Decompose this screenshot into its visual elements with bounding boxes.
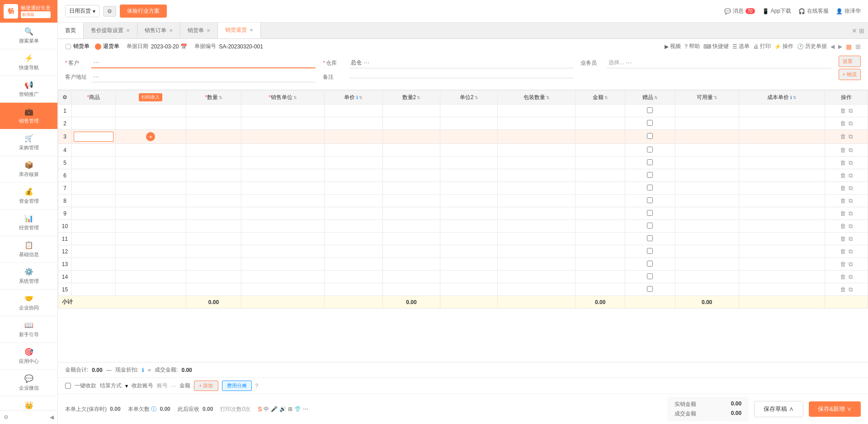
unit-cell[interactable] [241, 182, 325, 195]
history-btn[interactable]: 🕐 历史单据 [797, 43, 827, 50]
available-cell[interactable] [675, 157, 739, 169]
qty-cell[interactable] [186, 233, 241, 245]
qty-cell[interactable] [186, 144, 241, 157]
save-draft-btn[interactable]: 保存草稿 ∧ [754, 401, 803, 417]
gift-cell[interactable] [625, 220, 675, 233]
gift-checkbox[interactable] [647, 120, 653, 126]
copy-icon[interactable]: ⧉ [849, 235, 853, 243]
sidebar-item-wechat[interactable]: 💬 企业微信 [0, 370, 57, 396]
price-cell[interactable] [324, 157, 382, 169]
pkg_qty-cell[interactable] [498, 233, 576, 245]
qty-cell[interactable] [186, 105, 241, 117]
qty2-cell[interactable] [382, 117, 440, 130]
qty-cell[interactable] [186, 271, 241, 283]
available-cell[interactable] [675, 258, 739, 271]
delete-icon[interactable]: 🗑 [840, 248, 846, 255]
gift-checkbox[interactable] [647, 248, 653, 254]
cost-cell[interactable] [739, 117, 825, 130]
delete-icon[interactable]: 🗑 [840, 147, 846, 154]
delete-icon[interactable]: 🗑 [840, 223, 846, 230]
cost-cell[interactable] [739, 105, 825, 117]
tab-sales-return[interactable]: 销货退货 ✕ [218, 23, 261, 38]
product-cell[interactable] [72, 233, 116, 245]
delete-icon[interactable]: 🗑 [840, 273, 846, 281]
tabs-more[interactable]: ⊞ [859, 27, 864, 34]
qty-cell[interactable] [186, 258, 241, 271]
add-row-cell[interactable] [115, 169, 186, 182]
qty2-cell[interactable] [382, 220, 440, 233]
product-cell[interactable] [72, 271, 116, 283]
delete-icon[interactable]: 🗑 [840, 261, 846, 268]
gift-cell[interactable] [625, 117, 675, 130]
copy-icon[interactable]: ⧉ [849, 147, 853, 154]
account-dots[interactable]: ··· [171, 383, 176, 389]
pkg_qty-cell[interactable] [498, 130, 576, 144]
help-icon[interactable]: ℹ [142, 367, 144, 373]
amount-cell[interactable] [576, 207, 625, 220]
delete-icon[interactable]: 🗑 [840, 133, 846, 140]
cost-cell[interactable] [739, 207, 825, 220]
product-cell[interactable] [72, 117, 116, 130]
price-cell[interactable] [324, 283, 382, 296]
available-cell[interactable] [675, 207, 739, 220]
view-grid-icon[interactable]: ⊞ [855, 43, 861, 50]
try-btn[interactable]: 体验行业方案 [120, 5, 167, 18]
cost-cell[interactable] [739, 258, 825, 271]
qty2-cell[interactable] [382, 105, 440, 117]
sidebar-item-search[interactable]: 🔍 搜索菜单 [0, 23, 57, 49]
gift-checkbox[interactable] [647, 159, 653, 165]
collapse-icon[interactable]: ◀ [50, 414, 54, 420]
delete-icon[interactable]: 🗑 [840, 107, 846, 114]
qty-cell[interactable] [186, 245, 241, 258]
product-cell[interactable] [72, 130, 116, 144]
gift-checkbox[interactable] [647, 133, 653, 139]
add-row-cell[interactable] [115, 207, 186, 220]
settings-icon[interactable]: ⚙ [4, 414, 9, 420]
gift-cell[interactable] [625, 207, 675, 220]
product-cell[interactable] [72, 169, 116, 182]
message-btn[interactable]: 💬 消息 70 [724, 7, 755, 15]
tab-sales-order[interactable]: 销售订单 ✕ [137, 23, 180, 38]
price-cell[interactable] [324, 105, 382, 117]
qty-cell[interactable] [186, 207, 241, 220]
date-value[interactable]: 2023-03-20 [151, 43, 179, 50]
add-row-cell[interactable] [115, 258, 186, 271]
pkg_qty-cell[interactable] [498, 144, 576, 157]
unit-cell[interactable] [241, 258, 325, 271]
unit2-cell[interactable] [440, 105, 498, 117]
pkg_qty-cell[interactable] [498, 220, 576, 233]
amount-cell[interactable] [576, 157, 625, 169]
unit-cell[interactable] [241, 130, 325, 144]
unit2-cell[interactable] [440, 220, 498, 233]
price-cell[interactable] [324, 144, 382, 157]
radio-sales-out[interactable]: 销货单 [65, 43, 90, 50]
copy-icon[interactable]: ⧉ [849, 133, 853, 140]
account-select[interactable]: 账号 [157, 382, 168, 390]
gift-cell[interactable] [625, 182, 675, 195]
unit-cell[interactable] [241, 220, 325, 233]
sidebar-item-guide[interactable]: 📖 新手引导 [0, 316, 57, 343]
price-cell[interactable] [324, 271, 382, 283]
one-click-checkbox[interactable] [65, 383, 71, 389]
sidebar-item-inventory[interactable]: 📦 库存核算 [0, 156, 57, 183]
print-btn[interactable]: 🖨 打印 [753, 43, 771, 50]
cost-cell[interactable] [739, 271, 825, 283]
delete-icon[interactable]: 🗑 [840, 120, 846, 127]
gift-cell[interactable] [625, 169, 675, 182]
unit-cell[interactable] [241, 207, 325, 220]
gift-checkbox[interactable] [647, 197, 653, 203]
add-row-cell[interactable] [115, 105, 186, 117]
qty-cell[interactable] [186, 195, 241, 207]
pkg_qty-cell[interactable] [498, 207, 576, 220]
unit-cell[interactable] [241, 233, 325, 245]
settings-btn[interactable]: 设置 [839, 56, 861, 67]
add-row-cell[interactable] [115, 233, 186, 245]
unit-cell[interactable] [241, 117, 325, 130]
select-btn[interactable]: ☰ 选单 [732, 43, 750, 50]
available-cell[interactable] [675, 283, 739, 296]
unit2-cell[interactable] [440, 258, 498, 271]
available-cell[interactable] [675, 271, 739, 283]
add-row-cell[interactable] [115, 195, 186, 207]
available-cell[interactable] [675, 169, 739, 182]
add-row-btn[interactable]: + [146, 132, 155, 141]
